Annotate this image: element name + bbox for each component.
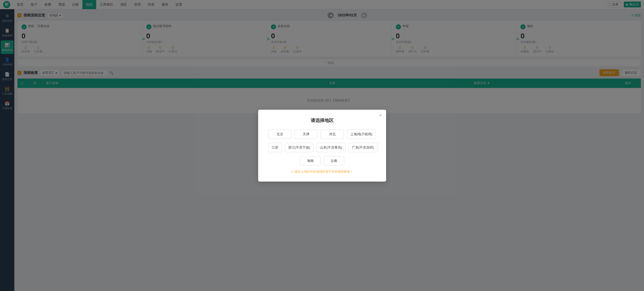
region-btn-hainan[interactable]: 海南 [300,156,321,165]
modal-overlay[interactable]: × 请选择地区 北京 天津 河北 上海(电子税局) 江苏 浙江(不含宁波) 山东… [0,0,644,291]
region-btn-guangdong[interactable]: 广东(不含深圳) [348,143,377,152]
region-row-2: 江苏 浙江(不含宁波) 山东(不含青岛) 广东(不含深圳) [268,143,376,152]
region-btn-tianjin[interactable]: 天津 [294,130,318,139]
region-row-3: 海南 云南 [268,156,376,165]
region-btn-zhejiang[interactable]: 浙江(不含宁波) [285,143,314,152]
modal-warning: ⚠ 除以上地区外其他地区暂不支持报税检查！ [268,170,376,174]
region-btn-shandong[interactable]: 山东(不含青岛) [316,143,345,152]
modal-title: 请选择地区 [268,117,376,124]
modal-close-button[interactable]: × [379,113,382,118]
region-btn-yunnan[interactable]: 云南 [324,156,344,165]
region-btn-shanghai[interactable]: 上海(电子税局) [347,130,376,139]
region-select-modal: × 请选择地区 北京 天津 河北 上海(电子税局) 江苏 浙江(不含宁波) 山东… [258,110,386,182]
region-btn-beijing[interactable]: 北京 [268,130,291,139]
warning-icon: ⚠ [291,170,294,173]
warning-text: 除以上地区外其他地区暂不支持报税检查！ [295,170,353,174]
region-row-1: 北京 天津 河北 上海(电子税局) [268,130,376,139]
region-btn-jiangsu[interactable]: 江苏 [268,143,282,152]
region-btn-hebei[interactable]: 河北 [321,130,344,139]
